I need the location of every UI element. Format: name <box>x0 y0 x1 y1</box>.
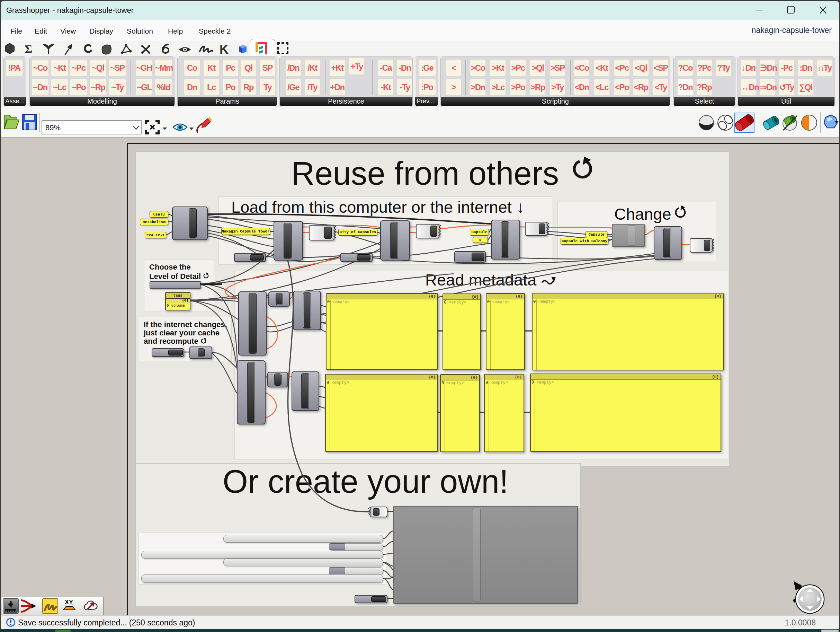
svg-text:XY: XY <box>65 599 73 606</box>
